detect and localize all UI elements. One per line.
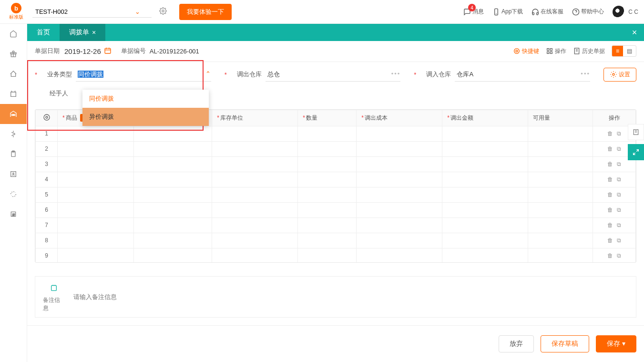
copy-icon[interactable]: ⧉ [617, 161, 621, 167]
table-row[interactable]: 5🗑⧉ [36, 187, 636, 202]
svg-rect-25 [550, 52, 552, 54]
docnum-label: 单据编号 [121, 47, 146, 55]
org-input[interactable] [35, 8, 131, 15]
contacts-icon[interactable] [0, 164, 27, 184]
table-wrap: *商品扫码录入 规格型号 *库存单位 *数量 *调出成本 *调出金额 可用量 操… [35, 109, 636, 263]
col-unit: *库存单位 [212, 110, 298, 126]
money-icon[interactable] [0, 124, 27, 144]
outwarehouse-field[interactable]: * 调出仓库 总仓 ••• [225, 68, 401, 82]
svg-rect-9 [14, 114, 15, 116]
row-index: 9 [36, 248, 58, 263]
table-row[interactable]: 2🗑⧉ [36, 141, 636, 156]
help-label: 帮助中心 [581, 8, 604, 16]
table-row[interactable]: 6🗑⧉ [36, 202, 636, 217]
messages-button[interactable]: 消息 4 [463, 8, 484, 16]
user-menu[interactable]: C C [613, 6, 638, 18]
sidebar: 新 [0, 24, 27, 362]
copy-icon[interactable]: ⧉ [617, 176, 621, 183]
save-draft-button[interactable]: 保存草稿 [541, 335, 589, 352]
delete-icon[interactable]: 🗑 [607, 222, 613, 228]
delete-icon[interactable]: 🗑 [607, 161, 613, 167]
copy-icon[interactable]: ⧉ [617, 130, 621, 137]
house-up-icon[interactable] [0, 64, 27, 84]
note-strip-icon[interactable] [628, 124, 644, 140]
docnum-value: AL-20191226-001 [150, 48, 199, 55]
delete-icon[interactable]: 🗑 [607, 252, 613, 259]
inwarehouse-field[interactable]: * 调入仓库 仓库A ••• [414, 68, 590, 82]
row-index: 4 [36, 172, 58, 187]
delete-icon[interactable]: 🗑 [607, 145, 613, 152]
copy-icon[interactable]: ⧉ [617, 191, 621, 198]
svg-rect-32 [51, 286, 56, 291]
handler-label: 经手人 [35, 89, 68, 98]
gift-icon[interactable] [0, 44, 27, 64]
copy-icon[interactable]: ⧉ [617, 207, 621, 213]
home-icon[interactable] [0, 24, 27, 44]
ops-link[interactable]: 操作 [546, 47, 566, 55]
remarks-label: 备注信息 [43, 296, 65, 312]
delete-icon[interactable]: 🗑 [607, 191, 613, 198]
delete-icon[interactable]: 🗑 [607, 237, 613, 244]
table-row[interactable]: 3🗑⧉ [36, 156, 636, 172]
org-select[interactable]: ⌄ [32, 6, 152, 18]
tab-home[interactable]: 首页 [27, 24, 60, 41]
row-index: 7 [36, 217, 58, 233]
list-view-icon[interactable]: ≡ [612, 46, 623, 56]
app-download-button[interactable]: App下载 [492, 8, 523, 16]
avatar [613, 6, 625, 18]
dropdown-option-diff[interactable]: 异价调拨 [82, 108, 209, 126]
bag-icon[interactable] [0, 84, 27, 104]
delete-icon[interactable]: 🗑 [607, 130, 613, 137]
footer: 放弃 保存草稿 保存 ▾ [27, 325, 644, 362]
table-row[interactable]: 9🗑⧉ [36, 248, 636, 263]
svg-point-20 [516, 50, 518, 52]
header-right-tools: 消息 4 App下载 在线客服 帮助中心 C C [463, 6, 638, 18]
more-icon[interactable]: ••• [391, 70, 401, 77]
save-button[interactable]: 保存 ▾ [596, 335, 636, 352]
copy-icon[interactable]: ⧉ [617, 222, 621, 228]
tab-transfer[interactable]: 调拨单 × [60, 24, 105, 41]
expand-strip-icon[interactable] [628, 144, 644, 160]
help-button[interactable]: 帮助中心 [572, 8, 604, 16]
warehouse-icon[interactable] [0, 104, 27, 124]
logo-icon: b [11, 3, 21, 13]
chevron-up-icon[interactable]: ⌃ [205, 70, 211, 77]
required-marker: * [35, 71, 37, 78]
copy-icon[interactable]: ⧉ [617, 145, 621, 152]
col-amount: *调出金额 [442, 110, 528, 126]
row-index: 5 [36, 187, 58, 202]
dropdown-option-same[interactable]: 同价调拨 [82, 90, 209, 108]
date-value[interactable]: 2019-12-26 [64, 47, 101, 55]
tab-close-icon[interactable]: × [92, 29, 96, 36]
top-header: b 标准版 ⌄ 我要体验一下 消息 4 App下载 在线客服 帮助中心 C C [0, 0, 644, 24]
clipboard-icon[interactable] [0, 144, 27, 164]
outwh-value: 总仓 [267, 71, 280, 78]
biztype-field[interactable]: * 业务类型 同价调拨 ⌃ 同价调拨 异价调拨 [35, 68, 211, 82]
cancel-button[interactable]: 放弃 [499, 335, 534, 352]
hotkey-link[interactable]: 快捷键 [513, 47, 539, 55]
table-row[interactable]: 4🗑⧉ [36, 172, 636, 187]
svg-point-0 [162, 10, 164, 12]
table-row[interactable]: 8🗑⧉ [36, 233, 636, 248]
table-row[interactable]: 7🗑⧉ [36, 217, 636, 233]
calendar-icon[interactable] [104, 47, 112, 56]
delete-icon[interactable]: 🗑 [607, 207, 613, 213]
svg-point-30 [46, 116, 48, 118]
remarks-input[interactable] [73, 293, 628, 300]
customer-service-button[interactable]: 在线客服 [532, 8, 563, 16]
copy-icon[interactable]: ⧉ [617, 237, 621, 244]
new-icon[interactable]: 新 [0, 204, 27, 224]
tabbar-close-icon[interactable]: × [625, 24, 644, 41]
table-row[interactable]: 1🗑⧉ [36, 126, 636, 141]
more-icon[interactable]: ••• [581, 70, 590, 77]
svg-rect-1 [495, 9, 498, 15]
svg-rect-23 [550, 49, 552, 51]
delete-icon[interactable]: 🗑 [607, 176, 613, 183]
copy-icon[interactable]: ⧉ [617, 252, 621, 259]
svg-point-21 [514, 49, 520, 54]
sync-icon[interactable] [0, 184, 27, 204]
gear-icon[interactable] [156, 4, 170, 19]
history-link[interactable]: 历史单据 [573, 47, 605, 55]
experience-button[interactable]: 我要体验一下 [179, 4, 232, 20]
col-settings[interactable] [36, 110, 58, 126]
